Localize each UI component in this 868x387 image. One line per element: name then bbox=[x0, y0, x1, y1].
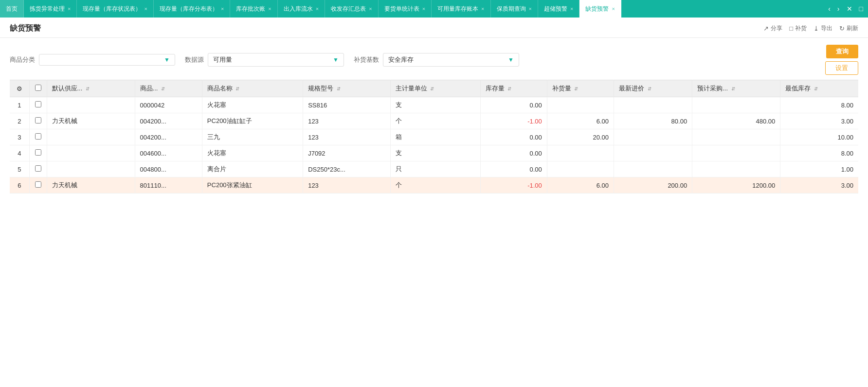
row-checkbox[interactable] bbox=[35, 133, 41, 140]
th-product-name[interactable]: 商品名称 ⇵ bbox=[202, 80, 303, 97]
table-row: 3 004200... 三九 123 箱 0.00 20.00 10.00 bbox=[10, 129, 858, 145]
td-checkbox[interactable] bbox=[29, 97, 47, 113]
td-spec: SS816 bbox=[303, 97, 390, 113]
tab-6-close[interactable]: × bbox=[369, 6, 372, 12]
tab-1-close[interactable]: × bbox=[68, 6, 71, 12]
td-est-purchase: 480.00 bbox=[692, 113, 780, 129]
td-latest-price: 80.00 bbox=[614, 113, 692, 129]
page-header: 缺货预警 ↗ 分享 □ 补货 ⤓ 导出 ↻ 刷新 bbox=[0, 18, 868, 38]
row-checkbox[interactable] bbox=[35, 181, 41, 188]
tab-home[interactable]: 首页 bbox=[0, 0, 24, 18]
row-checkbox[interactable] bbox=[35, 149, 41, 156]
tab-1[interactable]: 拣货异常处理 × bbox=[24, 0, 77, 18]
th-unit[interactable]: 主计量单位 ⇵ bbox=[390, 80, 480, 97]
tab-11[interactable]: 缺货预警 × bbox=[579, 0, 621, 18]
td-stock: -1.00 bbox=[480, 177, 547, 194]
tab-maximize-button[interactable]: □ bbox=[856, 4, 866, 14]
td-checkbox[interactable] bbox=[29, 129, 47, 145]
tab-3-close[interactable]: × bbox=[221, 6, 224, 12]
tab-4-close[interactable]: × bbox=[268, 6, 271, 12]
refresh-button[interactable]: ↻ 刷新 bbox=[839, 24, 858, 33]
row-checkbox[interactable] bbox=[35, 117, 41, 123]
th-default-supplier[interactable]: 默认供应... ⇵ bbox=[47, 80, 135, 97]
td-min-stock: 8.00 bbox=[780, 97, 858, 113]
tab-8[interactable]: 可用量库存账本 × bbox=[432, 0, 490, 18]
th-stock[interactable]: 库存量 ⇵ bbox=[480, 80, 547, 97]
product-category-select[interactable]: ▼ bbox=[39, 54, 175, 66]
refresh-icon: ↻ bbox=[839, 25, 845, 32]
tab-11-close[interactable]: × bbox=[612, 6, 615, 12]
replenish-icon: □ bbox=[789, 25, 793, 32]
td-spec: J7092 bbox=[303, 145, 390, 161]
data-source-value: 可用量 bbox=[213, 55, 331, 64]
select-all-checkbox[interactable] bbox=[35, 85, 41, 91]
td-checkbox[interactable] bbox=[29, 145, 47, 161]
tab-5-close[interactable]: × bbox=[316, 6, 319, 12]
td-row-num: 4 bbox=[10, 145, 29, 161]
sort-icon-min-stock: ⇵ bbox=[814, 86, 818, 91]
td-checkbox[interactable] bbox=[29, 113, 47, 129]
tab-5[interactable]: 出入库流水 × bbox=[278, 0, 325, 18]
tab-prev-button[interactable]: ‹ bbox=[825, 4, 833, 14]
tab-10[interactable]: 超储预警 × bbox=[538, 0, 579, 18]
tab-6[interactable]: 收发存汇总表 × bbox=[325, 0, 378, 18]
replenish-base-select[interactable]: 安全库存 ▼ bbox=[383, 53, 519, 67]
tab-10-close[interactable]: × bbox=[570, 6, 573, 12]
td-min-stock: 10.00 bbox=[780, 129, 858, 145]
th-min-stock[interactable]: 最低库存 ⇵ bbox=[780, 80, 858, 97]
gear-icon: ⚙ bbox=[17, 85, 22, 92]
th-product-code[interactable]: 商品... ⇵ bbox=[135, 80, 202, 97]
tab-4[interactable]: 库存批次账 × bbox=[230, 0, 277, 18]
settings-button[interactable]: 设置 bbox=[825, 61, 858, 75]
th-latest-price[interactable]: 最新进价 ⇵ bbox=[614, 80, 692, 97]
td-stock: 0.00 bbox=[480, 161, 547, 177]
row-checkbox[interactable] bbox=[35, 165, 41, 172]
td-min-stock: 3.00 bbox=[780, 177, 858, 194]
th-check[interactable] bbox=[29, 80, 47, 97]
export-button[interactable]: ⤓ 导出 bbox=[814, 24, 832, 33]
table-row: 2 力天机械 004200... PC200油缸缸子 123 个 -1.00 6… bbox=[10, 113, 858, 129]
th-est-purchase[interactable]: 预计采购... ⇵ bbox=[692, 80, 780, 97]
share-button[interactable]: ↗ 分享 bbox=[763, 24, 782, 33]
tab-7-close[interactable]: × bbox=[422, 6, 425, 12]
replenish-button[interactable]: □ 补货 bbox=[789, 24, 807, 33]
td-est-purchase: 1200.00 bbox=[692, 177, 780, 194]
sort-icon-est-purchase: ⇵ bbox=[731, 86, 735, 91]
tab-8-close[interactable]: × bbox=[481, 6, 484, 12]
td-row-num: 6 bbox=[10, 177, 29, 194]
product-category-arrow-icon: ▼ bbox=[164, 56, 170, 63]
td-unit: 个 bbox=[390, 177, 480, 194]
td-product-name: PC200油缸缸子 bbox=[202, 113, 303, 129]
td-latest-price bbox=[614, 97, 692, 113]
query-button[interactable]: 查询 bbox=[826, 45, 858, 58]
td-spec: 123 bbox=[303, 113, 390, 129]
th-settings[interactable]: ⚙ bbox=[10, 80, 29, 97]
sort-icon-spec: ⇵ bbox=[337, 86, 341, 91]
tab-3[interactable]: 现存量（库存分布表） × bbox=[154, 0, 230, 18]
sort-icon-code: ⇵ bbox=[161, 86, 165, 91]
tab-7[interactable]: 要货单统计表 × bbox=[379, 0, 432, 18]
tab-2-close[interactable]: × bbox=[144, 6, 147, 12]
tab-next-button[interactable]: › bbox=[834, 4, 843, 14]
data-source-select[interactable]: 可用量 ▼ bbox=[208, 53, 344, 67]
td-spec: 123 bbox=[303, 129, 390, 145]
td-replenish-qty bbox=[547, 145, 614, 161]
td-replenish-qty bbox=[547, 97, 614, 113]
th-replenish-qty[interactable]: 补货量 ⇵ bbox=[547, 80, 614, 97]
td-replenish-qty: 20.00 bbox=[547, 129, 614, 145]
td-product-code: 004600... bbox=[135, 145, 202, 161]
row-checkbox[interactable] bbox=[35, 101, 41, 107]
th-spec[interactable]: 规格型号 ⇵ bbox=[303, 80, 390, 97]
sort-icon-unit: ⇵ bbox=[430, 86, 434, 91]
td-checkbox[interactable] bbox=[29, 177, 47, 194]
td-est-purchase bbox=[692, 129, 780, 145]
table-header-row: ⚙ 默认供应... ⇵ 商品... ⇵ 商品名称 ⇵ bbox=[10, 80, 858, 97]
td-latest-price bbox=[614, 129, 692, 145]
tab-9-close[interactable]: × bbox=[529, 6, 532, 12]
tab-2[interactable]: 现存量（库存状况表） × bbox=[77, 0, 153, 18]
td-supplier bbox=[47, 145, 135, 161]
tab-9[interactable]: 保质期查询 × bbox=[491, 0, 538, 18]
replenish-base-label: 补货基数 bbox=[354, 55, 379, 64]
td-checkbox[interactable] bbox=[29, 161, 47, 177]
tab-close-all-button[interactable]: ✕ bbox=[844, 4, 855, 14]
